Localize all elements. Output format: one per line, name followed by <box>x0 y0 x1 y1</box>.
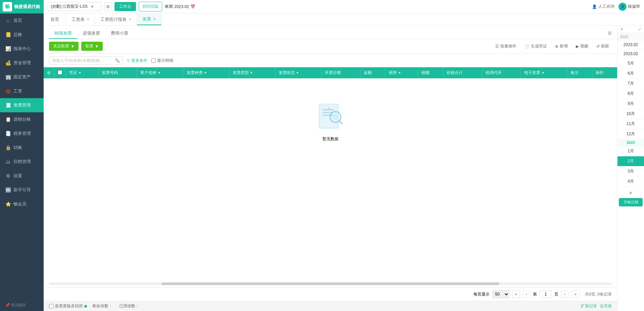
tab-home[interactable]: 首页 <box>44 13 66 25</box>
date-month-6[interactable]: 6月 <box>617 69 644 79</box>
col-settings[interactable]: ⚙ <box>44 67 54 78</box>
sidebar-item-funds[interactable]: 💰 资金管理 <box>0 56 44 70</box>
support-button[interactable]: 👤 人工咨询 <box>592 4 614 9</box>
generate-voucher-btn[interactable]: 📄 生成凭证 <box>522 42 550 51</box>
sidebar-item-ledger[interactable]: 📒 总账 <box>0 28 44 42</box>
date-panel-expand-btn[interactable]: ⤢ <box>638 27 641 32</box>
batch-op-btn[interactable]: ☰ 批量操作 <box>493 42 519 51</box>
col-voucher-filter-icon[interactable]: ▼ <box>78 71 82 75</box>
sidebar-item-guide[interactable]: 🆕 新手引导 <box>0 183 44 197</box>
col-checkbox[interactable] <box>54 67 66 78</box>
col-voucher: 凭证▼ <box>66 67 98 78</box>
date-nav-up[interactable]: ▲ <box>628 189 634 195</box>
tab-salary-stats-close[interactable]: ✕ <box>129 17 131 21</box>
tab-salary[interactable]: 工资表 ✕ <box>66 13 95 25</box>
check-invoice-checkbox[interactable] <box>49 304 53 308</box>
recharge-link[interactable]: 去充值 <box>600 303 612 309</box>
table-container: ⚙ 凭证▼ 发票号码 客户名称▼ 发票种类▼ 发票类型▼ 发票状态▼ 开票日期 … <box>44 67 617 280</box>
date-panel-header: ✕ ⤢ <box>617 26 644 33</box>
take-invoice-btn[interactable]: 取票 ▼ <box>81 42 103 51</box>
sidebar-item-invoice[interactable]: 🧾 发票管理 <box>0 98 44 112</box>
no-invoice-btn[interactable]: 无总取票 ▼ <box>49 42 79 51</box>
per-page-select[interactable]: 50 20 100 <box>492 290 509 298</box>
date-month-10[interactable]: 10月 <box>617 109 644 119</box>
tab-salary-close[interactable]: ✕ <box>87 17 89 21</box>
video-btn[interactable]: ▶ 视频 <box>573 42 591 51</box>
sidebar-item-reports[interactable]: 📊 报表中心 <box>0 42 44 56</box>
date-month-8[interactable]: 8月 <box>617 89 644 99</box>
date-month-2023-1[interactable]: 1月 <box>617 146 644 156</box>
next-page-btn[interactable]: › <box>561 290 568 298</box>
user-menu[interactable]: 👤 徐溢华 <box>618 3 640 11</box>
col-tax-rate-filter-icon[interactable]: ▼ <box>398 71 401 75</box>
date-month-2023-3[interactable]: 3月 <box>617 166 644 177</box>
sidebar: 畅 畅捷通易代账 ⌂ 首页 📒 总账 📊 报表中心 💰 资金管理 🏢 固定资产 … <box>0 0 44 311</box>
sidebar-item-archive[interactable]: 🗂 归档管理 <box>0 155 44 169</box>
date-month-2023-4[interactable]: 4月 <box>617 177 644 187</box>
tab-invoice-close[interactable]: ✕ <box>153 17 156 21</box>
month-2023-4-label: 4月 <box>628 179 634 184</box>
refresh-btn[interactable]: ↺ 刷新 <box>594 42 612 51</box>
horizontal-scrollbar[interactable] <box>44 280 617 287</box>
search-input[interactable] <box>52 58 113 63</box>
col-tax-code: 税局代开 <box>482 67 521 78</box>
subtab-sales[interactable]: 销项发票 <box>49 28 77 39</box>
show-detail-toggle[interactable]: 显示明细 <box>151 58 173 64</box>
last-page-btn[interactable]: » <box>571 290 580 298</box>
select-all-checkbox[interactable] <box>58 70 62 75</box>
col-e-invoice-filter-icon[interactable]: ▼ <box>541 71 545 75</box>
company-selector[interactable]: (勿删) 江西股宝-LSS ▼ <box>48 2 101 11</box>
sidebar-item-membership[interactable]: ⭐ 畅会员 <box>0 197 44 211</box>
date-month-5[interactable]: 5月 <box>617 59 644 69</box>
company-dropdown-icon: ▼ <box>90 4 94 9</box>
date-month-11[interactable]: 11月 <box>617 119 644 129</box>
col-invoice-status-filter-icon[interactable]: ▼ <box>296 71 299 75</box>
search-input-wrap[interactable]: 🔍 <box>49 56 123 65</box>
svg-point-6 <box>332 114 339 120</box>
month-9-label: 9月 <box>628 101 634 107</box>
page-input[interactable] <box>540 290 552 298</box>
subtab-expense[interactable]: 费用小票 <box>105 28 134 39</box>
switch-version-button[interactable]: 切到旧版 <box>139 2 162 11</box>
col-invoice-no: 发票号码 <box>98 67 137 78</box>
sidebar-item-tax[interactable]: 📑 税务管理 <box>0 126 44 141</box>
search-icon[interactable]: 🔍 <box>115 58 120 63</box>
subtab-purchase[interactable]: 进项发票 <box>77 28 105 39</box>
add-count-link[interactable]: 扩展记录 <box>581 303 597 309</box>
more-conditions-btn[interactable]: ▽ 更多条件 <box>127 58 147 64</box>
add-btn[interactable]: ⊕ 新增 <box>552 42 570 51</box>
copy-button[interactable]: ⧉ <box>104 2 112 11</box>
prev-page-btn[interactable]: ‹ <box>523 290 530 298</box>
open-date-btn[interactable]: 开账日期 <box>619 198 643 206</box>
date-month-9[interactable]: 9月 <box>617 99 644 109</box>
show-detail-checkbox[interactable] <box>151 59 156 63</box>
sidebar-item-home[interactable]: ⌂ 首页 <box>0 13 44 28</box>
date-month-2023-02-highlight[interactable]: 2023.02 <box>617 40 644 49</box>
period-display: 账期 2023-02 📅 <box>165 4 195 9</box>
sidebar-item-sales[interactable]: 📋 进销台账 <box>0 112 44 126</box>
col-invoice-type-filter-icon[interactable]: ▼ <box>204 71 207 75</box>
date-month-12[interactable]: 12月 <box>617 129 644 139</box>
sidebar-item-settings[interactable]: ⚙ 设置 <box>0 169 44 183</box>
sidebar-item-salary[interactable]: 💼 工资 <box>0 84 44 98</box>
date-month-2023-02-b[interactable]: 2023.02 <box>617 49 644 59</box>
tab-salary-stats[interactable]: 工资统计报表 ✕ <box>95 13 137 25</box>
tab-invoice[interactable]: 发票 ✕ <box>137 13 162 25</box>
scrollbar-thumb[interactable] <box>162 282 499 285</box>
col-customer-filter-icon[interactable]: ▼ <box>157 71 161 75</box>
date-panel-close-btn[interactable]: ✕ <box>620 27 624 32</box>
date-month-7[interactable]: 7月 <box>617 79 644 89</box>
col-invoice-cat-filter-icon[interactable]: ▼ <box>250 71 253 75</box>
sidebar-pin-btn[interactable]: 📌 取消固定 <box>0 299 44 311</box>
svg-point-9 <box>339 106 340 108</box>
col-invoice-category: 发票类型▼ <box>229 67 275 78</box>
refresh-icon: ↺ <box>596 44 600 49</box>
layout-icon[interactable]: ⊞ <box>608 30 612 36</box>
gen-voucher-label: 生成凭证 <box>531 43 547 49</box>
col-invoice-status: 发票状态▼ <box>275 67 321 78</box>
date-month-2023-2[interactable]: 2月 <box>617 156 644 166</box>
sidebar-item-fixed-assets[interactable]: 🏢 固定资产 <box>0 70 44 84</box>
sidebar-item-close[interactable]: 🔒 结账 <box>0 141 44 155</box>
first-page-btn[interactable]: « <box>512 290 520 298</box>
workspace-button[interactable]: 工作台 <box>114 2 136 11</box>
